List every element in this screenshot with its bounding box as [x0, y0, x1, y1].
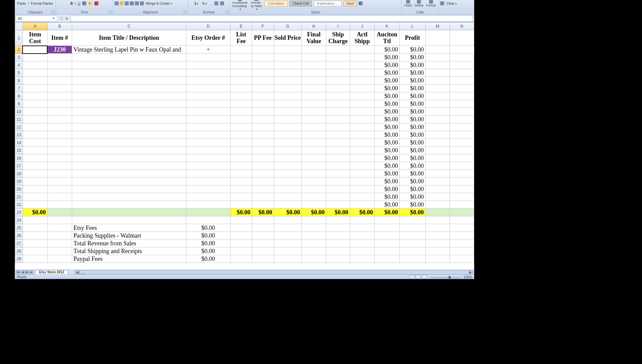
name-box[interactable]: A2 ▼ [16, 16, 57, 22]
total-cell[interactable]: $0.00 [326, 209, 350, 216]
cell[interactable] [274, 46, 302, 54]
cell[interactable] [47, 193, 72, 201]
cell[interactable] [274, 139, 302, 147]
column-header[interactable]: K [374, 23, 399, 30]
cell[interactable] [230, 92, 252, 100]
row-header[interactable]: 25 [15, 224, 23, 232]
cell[interactable] [23, 116, 47, 123]
cell[interactable] [425, 123, 450, 131]
cell[interactable] [186, 201, 230, 209]
clear-button[interactable]: Clear [446, 1, 458, 6]
cell[interactable] [230, 224, 252, 232]
cell[interactable] [400, 216, 426, 224]
cell[interactable] [252, 92, 274, 100]
cell[interactable]: $0.00 [400, 69, 426, 77]
dialog-launcher-icon[interactable] [184, 10, 187, 14]
cell[interactable] [230, 139, 252, 147]
cell[interactable] [230, 147, 252, 154]
cell[interactable] [425, 147, 450, 154]
cell[interactable] [450, 185, 474, 193]
cell[interactable] [350, 170, 374, 178]
cell[interactable] [302, 85, 326, 92]
cell[interactable] [72, 178, 186, 185]
cell[interactable] [72, 69, 186, 77]
cell[interactable] [326, 108, 350, 116]
cell[interactable] [252, 193, 274, 201]
cell[interactable] [186, 85, 230, 92]
cell[interactable] [252, 69, 274, 77]
cell[interactable] [47, 255, 72, 263]
cell[interactable] [23, 240, 47, 247]
total-cell[interactable]: $0.00 [350, 209, 374, 216]
cell[interactable] [302, 100, 326, 108]
cell[interactable]: $0.00 [374, 131, 399, 139]
cell[interactable] [326, 240, 350, 247]
total-cell[interactable]: $0.00 [23, 209, 47, 216]
cell[interactable] [326, 170, 350, 178]
delete-button[interactable]: Delete [414, 0, 424, 7]
cell[interactable] [425, 255, 450, 263]
tab-first-icon[interactable]: ⏮ [16, 270, 20, 274]
cell[interactable] [302, 123, 326, 131]
cell[interactable] [72, 162, 186, 170]
summary-value[interactable]: $0.00 [186, 224, 230, 232]
cell[interactable] [425, 30, 450, 46]
scroll-right-icon[interactable]: ▶ [468, 271, 472, 274]
cell[interactable] [400, 224, 426, 232]
cell[interactable] [274, 85, 302, 92]
cell[interactable] [400, 247, 426, 255]
row-header[interactable]: 21 [15, 193, 23, 201]
cell[interactable]: $0.00 [374, 54, 399, 61]
cell[interactable] [230, 178, 252, 185]
font-color-button[interactable] [94, 1, 98, 5]
cell[interactable] [274, 224, 302, 232]
cell[interactable] [425, 170, 450, 178]
cell[interactable] [23, 131, 47, 139]
cell[interactable] [23, 123, 47, 131]
row-header[interactable]: 7 [15, 85, 23, 92]
header-cell[interactable]: Item # [47, 30, 72, 46]
align-left-icon[interactable] [115, 1, 119, 5]
spreadsheet-grid[interactable]: ABCDEFGHIJKLMN1ItemCostItem #Item Title … [15, 22, 474, 270]
cell[interactable] [23, 185, 47, 193]
cell[interactable] [326, 92, 350, 100]
cell[interactable] [425, 185, 450, 193]
cell[interactable] [47, 162, 72, 170]
summary-label[interactable]: Total Shipping and Receipts [72, 247, 186, 255]
cell[interactable] [274, 232, 302, 240]
total-cell[interactable]: $0.00 [252, 209, 274, 216]
cell[interactable] [186, 100, 230, 108]
cell[interactable] [186, 61, 230, 69]
cell[interactable] [274, 170, 302, 178]
cell[interactable]: $0.00 [400, 178, 426, 185]
cell[interactable] [230, 108, 252, 116]
cell[interactable] [186, 123, 230, 131]
cell[interactable] [302, 232, 326, 240]
cell[interactable] [23, 162, 47, 170]
cell[interactable]: $0.00 [374, 92, 399, 100]
cell[interactable] [252, 216, 274, 224]
align-right-icon[interactable] [125, 1, 129, 5]
column-header[interactable]: N [450, 23, 474, 30]
style-input[interactable]: Input [343, 1, 357, 6]
cell[interactable] [425, 108, 450, 116]
comma-button[interactable]: , [210, 1, 213, 6]
cell[interactable] [326, 247, 350, 255]
cell[interactable] [23, 232, 47, 240]
summary-label[interactable]: Etsy Fees [72, 224, 186, 232]
cell[interactable] [252, 100, 274, 108]
cell[interactable] [302, 185, 326, 193]
cell[interactable] [450, 30, 474, 46]
cell[interactable] [23, 178, 47, 185]
cell[interactable] [23, 154, 47, 162]
cell[interactable] [450, 216, 474, 224]
cell[interactable]: $0.00 [374, 77, 399, 85]
cell[interactable] [47, 247, 72, 255]
row-header[interactable]: 15 [15, 147, 23, 154]
cell[interactable] [47, 77, 72, 85]
cell[interactable]: $0.00 [374, 108, 399, 116]
cell[interactable] [302, 216, 326, 224]
row-header[interactable]: 12 [15, 123, 23, 131]
cell[interactable] [230, 77, 252, 85]
cell[interactable] [252, 77, 274, 85]
